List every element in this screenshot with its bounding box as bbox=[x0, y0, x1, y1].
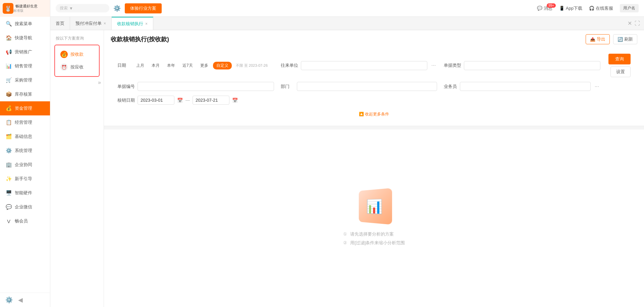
doc-type-label: 单据类型 bbox=[444, 62, 461, 68]
solution-button[interactable]: 体验行业方案 bbox=[125, 3, 162, 13]
purchase-icon: 🛒 bbox=[5, 77, 12, 84]
filter-item-by-receipt[interactable]: 💰 按收款 bbox=[55, 48, 99, 61]
by-receipt-icon: 💰 bbox=[60, 51, 68, 58]
setting-button[interactable]: 设置 bbox=[610, 66, 631, 77]
refresh-icon: 🔄 bbox=[618, 37, 623, 42]
content-area: 按以下方案查询 💰 按收款 ⏰ 按应收 » 收款核销执行(按收款) bbox=[50, 30, 644, 307]
window-close-icon[interactable]: ✕ bbox=[628, 20, 632, 27]
sidebar-item-finance[interactable]: 💰 资金管理 bbox=[0, 101, 50, 115]
offset-date-end-input[interactable] bbox=[193, 96, 229, 105]
collapse-more-btn[interactable]: 🔼 收起更多条件 bbox=[117, 109, 631, 120]
date-sub-text: 不限 至 2023-07-26 bbox=[236, 63, 268, 68]
doc-type-select[interactable] bbox=[464, 61, 600, 70]
topbar-online-service[interactable]: 🎧 在线客服 bbox=[589, 5, 613, 11]
sales-icon: 📊 bbox=[5, 63, 12, 69]
counterpart-filter-group: 往来单位 ··· bbox=[281, 61, 437, 70]
dept-label: 部门 bbox=[281, 84, 294, 90]
dept-filter-group: 部门 bbox=[281, 82, 437, 91]
message-badge: 99+ bbox=[547, 3, 556, 8]
filter-panel-collapse-btn[interactable]: » bbox=[50, 77, 104, 88]
filter-item-by-receivable[interactable]: ⏰ 按应收 bbox=[55, 61, 99, 73]
sidebar-item-purchase[interactable]: 🛒 采购管理 bbox=[0, 73, 50, 87]
marketing-icon: 📢 bbox=[5, 49, 12, 55]
smart-hardware-icon: 🖥️ bbox=[5, 190, 12, 196]
staff-label: 业务员 bbox=[444, 84, 457, 90]
offset-date-range: 📅 — 📅 bbox=[138, 96, 238, 105]
inventory-icon: 📦 bbox=[5, 91, 12, 98]
export-icon: 📤 bbox=[590, 37, 595, 42]
service-icon: 🎧 bbox=[589, 6, 594, 11]
window-maximize-icon[interactable]: ⛶ bbox=[635, 20, 640, 27]
content-right: 收款核销执行(按收款) 📤 导出 🔄 刷新 bbox=[104, 30, 644, 307]
search-placeholder-text: 搜索 bbox=[60, 5, 68, 11]
sidebar-collapse-icon[interactable]: ◀ bbox=[18, 296, 23, 304]
search-dropdown-icon: ▼ bbox=[69, 6, 73, 11]
date-btn-custom[interactable]: 自定义 bbox=[213, 62, 232, 69]
dept-select[interactable] bbox=[297, 82, 437, 91]
date-filter-group: 日期 上月 本月 本年 近7天 更多 自定义 不限 至 2023-07-26 bbox=[117, 62, 274, 69]
sidebar-item-operations[interactable]: 📋 经营管理 bbox=[0, 115, 50, 130]
tab-prepay-close-icon[interactable]: × bbox=[104, 21, 106, 26]
sidebar-item-marketing[interactable]: 📢 营销推广 bbox=[0, 45, 50, 59]
topbar-right: 💬 消息 99+ 📱 App下载 🎧 在线客服 用户名 bbox=[537, 4, 639, 12]
sidebar-item-system[interactable]: ⚙️ 系统管理 bbox=[0, 144, 50, 158]
doc-type-filter-group: 单据类型 bbox=[444, 61, 600, 70]
sidebar-nav: 🔍 搜索菜单 🏠 快捷导航 📢 营销推广 📊 销售管理 🛒 采购管理 📦 库存核… bbox=[0, 17, 50, 293]
date-btn-last-month[interactable]: 上月 bbox=[133, 62, 147, 69]
enterprise-icon: 🏢 bbox=[5, 161, 12, 168]
topbar-app-download[interactable]: 📱 App下载 bbox=[559, 5, 582, 11]
query-button[interactable]: 查询 bbox=[608, 54, 631, 64]
system-icon: ⚙️ bbox=[5, 147, 12, 154]
date-btn-this-year[interactable]: 本年 bbox=[164, 62, 178, 69]
sidebar-item-wechat[interactable]: 💬 企业微信 bbox=[0, 200, 50, 214]
date-buttons: 上月 本月 本年 近7天 更多 自定义 bbox=[133, 62, 232, 69]
sidebar-item-basic-info[interactable]: 🗂️ 基础信息 bbox=[0, 130, 50, 144]
empty-tips: ① 请先选择要分析的方案 ② 用[过滤]条件来缩小分析范围 bbox=[343, 230, 405, 247]
sidebar-item-sales[interactable]: 📊 销售管理 bbox=[0, 59, 50, 73]
tab-receipt-offset-close-icon[interactable]: × bbox=[145, 21, 148, 26]
counterpart-dots-icon[interactable]: ··· bbox=[430, 62, 437, 68]
tab-home[interactable]: 首页 bbox=[50, 17, 70, 30]
by-receivable-icon: ⏰ bbox=[60, 63, 68, 71]
sidebar-item-guide[interactable]: ✨ 新手引导 bbox=[0, 172, 50, 186]
filter-panel-title: 按以下方案查询 bbox=[50, 34, 104, 45]
staff-input[interactable] bbox=[460, 82, 590, 91]
counterpart-label: 往来单位 bbox=[281, 62, 298, 68]
offset-date-end-cal-icon[interactable]: 📅 bbox=[232, 98, 238, 103]
export-button[interactable]: 📤 导出 bbox=[586, 34, 610, 44]
topbar-gear-icon[interactable]: ⚙️ bbox=[113, 5, 121, 12]
tab-prepay[interactable]: 预付冲应付单 × bbox=[70, 17, 112, 30]
doc-no-filter-group: 单据编号 bbox=[117, 82, 274, 91]
sidebar-item-quick-nav[interactable]: 🏠 快捷导航 bbox=[0, 31, 50, 45]
topbar-user[interactable]: 用户名 bbox=[620, 4, 639, 12]
sidebar-item-inventory[interactable]: 📦 库存核算 bbox=[0, 87, 50, 101]
sidebar-bottom: ⚙️ ◀ bbox=[0, 293, 50, 307]
sidebar-item-search-menu[interactable]: 🔍 搜索菜单 bbox=[0, 17, 50, 31]
app-logo: 🐰 畅捷通好生意 标准版 bbox=[0, 0, 50, 17]
offset-date-start-input[interactable] bbox=[138, 96, 174, 105]
topbar-search-box[interactable]: 搜索 ▼ bbox=[56, 4, 109, 12]
empty-state: 📊 ① 请先选择要分析的方案 ② 用[过滤]条件来缩小分析范围 bbox=[104, 130, 644, 307]
tab-receipt-offset[interactable]: 收款核销执行 × bbox=[112, 17, 153, 30]
logo-text: 畅捷通好生意 标准版 bbox=[13, 4, 38, 13]
doc-no-input[interactable] bbox=[138, 82, 274, 91]
date-btn-7days[interactable]: 近7天 bbox=[180, 62, 196, 69]
sidebar-item-smart-hardware[interactable]: 🖥️ 智能硬件 bbox=[0, 186, 50, 200]
staff-filter-group: 业务员 ··· bbox=[444, 82, 600, 91]
date-label: 日期 bbox=[117, 62, 131, 68]
search-menu-icon: 🔍 bbox=[5, 20, 12, 27]
offset-date-start-cal-icon[interactable]: 📅 bbox=[177, 98, 183, 103]
basic-info-icon: 🗂️ bbox=[5, 133, 12, 140]
sidebar-settings-icon[interactable]: ⚙️ bbox=[5, 296, 13, 304]
counterpart-input[interactable] bbox=[301, 61, 427, 70]
topbar-messages[interactable]: 💬 消息 99+ bbox=[537, 5, 552, 11]
offset-date-filter-group: 核销日期 📅 — 📅 bbox=[117, 96, 631, 105]
filter-form: 日期 上月 本月 本年 近7天 更多 自定义 不限 至 2023-07-26 bbox=[111, 48, 637, 126]
refresh-button[interactable]: 🔄 刷新 bbox=[613, 34, 637, 44]
sidebar-item-vip[interactable]: V 畅会员 bbox=[0, 214, 50, 228]
date-btn-this-month[interactable]: 本月 bbox=[149, 62, 162, 69]
date-btn-more[interactable]: 更多 bbox=[198, 62, 211, 69]
vip-icon: V bbox=[5, 218, 12, 224]
staff-dots-icon[interactable]: ··· bbox=[593, 84, 600, 90]
sidebar-item-enterprise[interactable]: 🏢 企业协同 bbox=[0, 158, 50, 172]
